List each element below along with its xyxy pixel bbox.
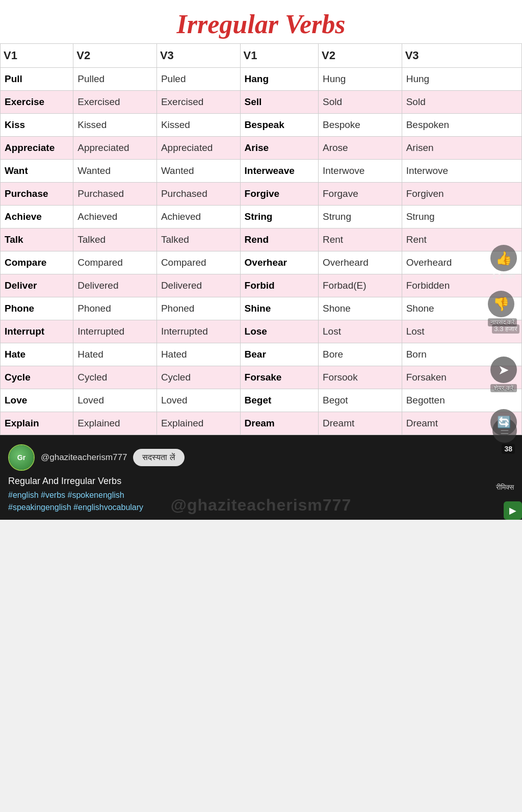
table-cell: Hung [402,68,521,91]
table-cell: Interrupt [1,320,73,343]
table-cell: Interrupted [73,320,157,343]
remix-icon: 🔄 [497,416,511,429]
table-row: KissKissedKissedBespeakBespokeBespoken [1,114,522,137]
bottom-bar: Gr @ghaziteacherism777 सदस्यता लें Regul… [0,435,522,520]
like-circle[interactable]: 👍 [490,245,517,271]
remix-button-overlay[interactable]: 🔄 [490,409,517,436]
table-cell: Puled [156,68,240,91]
share-arrow-icon: ➤ [498,362,509,378]
table-row: WantWantedWantedInterweaveInterwoveInter… [1,160,522,183]
table-wrapper: V1 V2 V3 V1 V2 V3 PullPulledPuledHangHun… [0,43,522,435]
table-cell: Cycled [73,366,157,389]
table-cell: Bespoke [319,114,402,137]
dislike-circle[interactable]: 👎 [488,291,514,317]
table-row: PurchasePurchasedPurchasedForgiveForgave… [1,183,522,206]
table-row: LoveLovedLovedBegetBegotBegotten [1,389,522,412]
header-v1-left: V1 [1,44,73,68]
channel-row: Gr @ghaziteacherism777 सदस्यता लें [8,444,514,471]
table-cell: Achieved [73,206,157,229]
table-row: AchieveAchievedAchievedStringStrungStrun… [1,206,522,229]
table-cell: Sold [319,91,402,114]
table-row: PullPulledPuledHangHungHung [1,68,522,91]
table-cell: Compare [1,251,73,274]
table-cell: Delivered [156,274,240,297]
table-cell: String [240,206,318,229]
main-container: Irregular Verbs V1 V2 V3 V1 V2 V3 PullPu… [0,0,522,520]
table-cell: Dreamt [319,412,402,435]
badge-icon: ▶ [509,505,516,516]
table-cell: Arise [240,137,318,160]
table-cell: Forgiven [402,183,521,206]
table-row: HateHatedHatedBearBoreBorn [1,343,522,366]
table-cell: Rend [240,229,318,251]
table-cell: Hated [73,343,157,366]
table-cell: Forsook [319,366,402,389]
table-cell: Beget [240,389,318,412]
table-cell: Strung [319,206,402,229]
table-row: TalkTalkedTalkedRendRentRent [1,229,522,251]
table-cell: Loved [156,389,240,412]
table-cell: Forsake [240,366,318,389]
table-cell: Kissed [156,114,240,137]
table-cell: Achieve [1,206,73,229]
thumb-up-icon: 👍 [495,250,512,266]
table-cell: Exercised [73,91,157,114]
table-cell: Arisen [402,137,521,160]
table-cell: Want [1,160,73,183]
table-cell: Shine [240,297,318,320]
table-cell: Overheard [319,251,402,274]
table-cell: Hung [319,68,402,91]
avatar: Gr [8,444,35,471]
header-v2-right: V2 [319,44,402,68]
table-cell: Pull [1,68,73,91]
video-title: Regular And Irregular Verbs [8,476,514,487]
share-arrow[interactable]: ➤ शेयर करें [490,357,517,392]
table-header-row: V1 V2 V3 V1 V2 V3 [1,44,522,68]
table-cell: Interwove [402,160,521,183]
like-overlay[interactable]: 👍 3.3 हजार [490,245,517,281]
table-cell: Purchased [156,183,240,206]
header-v1-right: V1 [240,44,318,68]
hashtags: #english #verbs #spokenenglish #speaking… [8,489,514,514]
table-cell: Forgive [240,183,318,206]
dislike-overlay[interactable]: 👎 नापसंद करें [488,291,517,326]
table-cell: Bespeak [240,114,318,137]
thumb-down-icon: 👎 [493,296,509,312]
table-cell: Explained [73,412,157,435]
table-cell: Cycle [1,366,73,389]
table-row: InterruptInterruptedInterruptedLoseLostL… [1,320,522,343]
table-cell: Forgave [319,183,402,206]
table-cell: Sold [402,91,521,114]
table-cell: Love [1,389,73,412]
share-arrow-circle[interactable]: ➤ [490,357,517,383]
share-hindi-label: शेयर करें [490,384,517,392]
table-row: ExplainExplainedExplainedDreamDreamtDrea… [1,412,522,435]
table-row: PhonePhonedPhonedShineShoneShone [1,297,522,320]
table-cell: Lose [240,320,318,343]
remix-circle[interactable]: 🔄 [490,409,517,436]
table-cell: Sell [240,91,318,114]
table-cell: Achieved [156,206,240,229]
table-cell: Forbid [240,274,318,297]
count-38: 38 [502,444,515,454]
table-cell: Bore [319,343,402,366]
table-cell: Overhear [240,251,318,274]
table-cell: Phoned [156,297,240,320]
table-row: AppreciateAppreciatedAppreciatedAriseAro… [1,137,522,160]
table-cell: Bear [240,343,318,366]
remix-label: रीमिक्स [496,483,514,492]
table-cell: Wanted [156,160,240,183]
table-cell: Talk [1,229,73,251]
table-cell: Forbad(E) [319,274,402,297]
table-cell: Cycled [156,366,240,389]
title-area: Irregular Verbs [0,0,522,43]
table-cell: Compared [73,251,157,274]
table-cell: Kissed [73,114,157,137]
table-cell: Exercise [1,91,73,114]
table-row: CompareComparedComparedOverhearOverheard… [1,251,522,274]
table-cell: Delivered [73,274,157,297]
table-cell: Rent [319,229,402,251]
green-badge: ▶ [504,501,522,520]
subscribe-button[interactable]: सदस्यता लें [133,449,184,466]
table-cell: Dream [240,412,318,435]
